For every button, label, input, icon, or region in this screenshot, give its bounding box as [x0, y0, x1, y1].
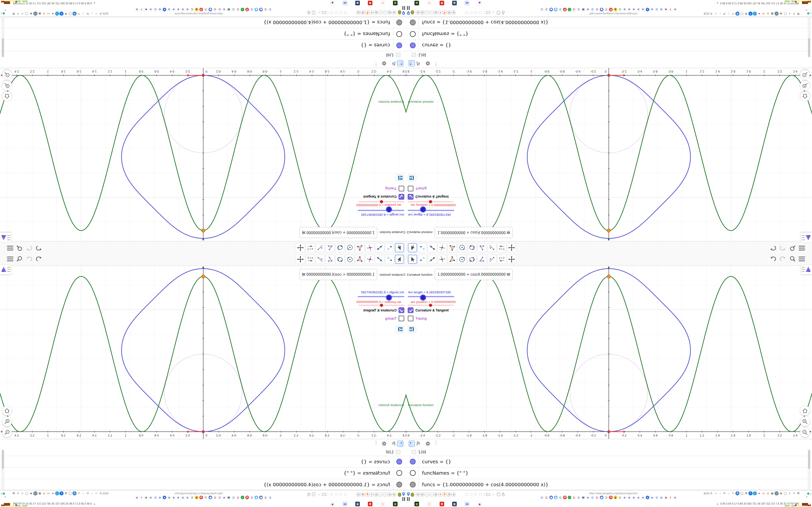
visibility-toggle-icon[interactable]	[410, 31, 416, 37]
curvature-function-input[interactable]: 1.00000000000 + cos(4.00000000000 x)	[435, 227, 513, 238]
bookmark-favicon[interactable]: Я	[609, 8, 613, 11]
bookmark-favicon[interactable]: ●	[163, 496, 166, 499]
visibility-toggle-icon[interactable]	[410, 19, 416, 25]
bookmark-favicon[interactable]: ✽	[181, 496, 185, 499]
bookmark-favicon[interactable]: ✽	[135, 496, 139, 499]
bookmark-favicon[interactable]: G	[264, 8, 267, 11]
scrollbar-thumb[interactable]	[2, 38, 4, 57]
collapse-tray-icon[interactable]: ⌃	[805, 7, 808, 11]
shield-icon[interactable]	[497, 11, 500, 15]
browser-action-icon[interactable]: ⚙	[796, 12, 800, 16]
bookmark-favicon[interactable]: G	[236, 8, 240, 11]
bookmark-favicon[interactable]: ✽	[586, 8, 590, 11]
angle-tool[interactable]: α	[325, 255, 335, 264]
browser-extension-icon[interactable]: ⊕	[356, 492, 361, 497]
taskbar-app-icon[interactable]: ✱	[440, 502, 444, 506]
bookmark-favicon[interactable]: ✽	[637, 8, 640, 11]
browser-extension-icon[interactable]: ∩	[383, 10, 388, 15]
bookmark-favicon[interactable]: ✽	[673, 8, 677, 11]
redo-button[interactable]	[26, 244, 33, 251]
shield-icon[interactable]	[312, 492, 315, 496]
bookmark-favicon[interactable]: ✽	[135, 8, 139, 11]
zoom-out-button[interactable]	[2, 428, 12, 437]
circle-with-center-tool[interactable]	[457, 255, 467, 264]
collapse-tray-icon[interactable]: ⌃	[4, 496, 7, 500]
taskbar-app-icon[interactable]: F	[380, 502, 385, 506]
browser-action-icon[interactable]: ☆	[714, 12, 718, 16]
browser-action-icon[interactable]: U	[774, 491, 779, 495]
browser-action-icon[interactable]: ●	[757, 491, 761, 495]
browser-action-icon[interactable]: ✻	[64, 12, 68, 16]
menu-icon[interactable]	[799, 257, 806, 264]
menu-icon[interactable]	[799, 243, 806, 250]
visibility-toggle-icon[interactable]	[410, 459, 416, 464]
taskbar-app-icon[interactable]: F	[380, 1, 385, 5]
bookmark-favicon[interactable]: i	[204, 496, 208, 499]
curvature-tangent-checkbox[interactable]	[408, 307, 413, 313]
folder-icon[interactable]	[486, 493, 490, 496]
url-text[interactable]: https://www.geogebra.org/classic/aagcxh3…	[174, 12, 223, 15]
browser-action-icon[interactable]: ✦	[792, 491, 796, 495]
taskbar-app-icon[interactable]: 64	[465, 1, 469, 5]
graph-canvas[interactable]: -2.6-2.4-2.2-2-1.8-1.6-1.4-1.2-1-0.8-0.6…	[406, 68, 812, 253]
dropdown-caret-icon[interactable]	[302, 273, 306, 276]
zoom-in-button[interactable]	[2, 80, 12, 90]
angle-tool[interactable]: α	[477, 243, 487, 252]
bookmark-favicon[interactable]: ✽	[673, 496, 677, 499]
angle-tool[interactable]: α	[477, 255, 487, 264]
bookmark-favicon[interactable]: G	[545, 8, 548, 11]
zoom-in-button[interactable]	[800, 417, 810, 427]
browser-action-icon[interactable]: A	[99, 12, 103, 16]
browser-extension-icon[interactable]: ✻	[447, 492, 452, 497]
shield-icon[interactable]	[312, 11, 315, 15]
browser-action-icon[interactable]: U	[33, 12, 38, 16]
menu-icon[interactable]	[6, 257, 13, 264]
conic-through-points-tool[interactable]	[336, 255, 345, 264]
tab-dot-icon[interactable]	[331, 493, 333, 496]
bookmark-favicon[interactable]: G	[591, 8, 594, 11]
zoom-out-button[interactable]	[2, 70, 12, 79]
fx-icon[interactable]: fx	[392, 440, 395, 446]
browser-action-icon[interactable]: ∧	[20, 491, 24, 495]
bookmark-favicon[interactable]: G	[577, 8, 580, 11]
line-tool[interactable]	[375, 243, 384, 252]
bookmark-favicon[interactable]: ▲	[614, 496, 617, 499]
graph-canvas[interactable]: -2.6-2.4-2.2-2-1.8-1.6-1.4-1.2-1-0.8-0.6…	[0, 253, 406, 439]
bookmark-favicon[interactable]: ✽	[167, 496, 171, 499]
move-graphics-view-tool[interactable]	[507, 255, 516, 264]
circle-with-center-tool[interactable]	[345, 243, 355, 252]
taskbar-app-icon[interactable]: ▣	[355, 502, 360, 506]
bookmark-favicon[interactable]: G	[558, 496, 562, 499]
folder-icon[interactable]	[322, 493, 326, 496]
move-tool[interactable]	[408, 243, 417, 252]
graph-canvas[interactable]: -2.6-2.4-2.2-2-1.8-1.6-1.4-1.2-1-0.8-0.6…	[406, 253, 812, 439]
taskbar-app-icon[interactable]: ◉	[477, 1, 482, 5]
extension-badge-icon[interactable]	[411, 493, 414, 497]
home-button[interactable]	[2, 406, 12, 415]
browser-extension-icon[interactable]: ⊕	[374, 10, 378, 15]
line-tool[interactable]	[375, 255, 384, 264]
bookmark-favicon[interactable]: ✽	[149, 496, 152, 499]
move-graphics-view-tool[interactable]	[296, 243, 305, 252]
curvature-value-point[interactable]	[607, 229, 610, 232]
bookmark-favicon[interactable]: ✽	[660, 8, 663, 11]
map-pin-icon[interactable]	[407, 492, 410, 496]
bookmark-favicon[interactable]: G	[545, 496, 548, 499]
taskbar-app-icon[interactable]: ▣	[355, 1, 360, 5]
home-button[interactable]	[2, 92, 12, 101]
algebra-style-button[interactable]	[409, 59, 415, 66]
browser-extension-icon[interactable]: ∩	[429, 10, 434, 15]
browser-action-icon[interactable]: ◯	[783, 491, 788, 495]
browser-action-icon[interactable]: U	[33, 491, 38, 495]
taskbar-app-icon[interactable]: F	[427, 502, 432, 506]
browser-action-icon[interactable]: ◆	[29, 12, 33, 16]
perpendicular-line-tool[interactable]	[438, 243, 447, 252]
move-tool[interactable]	[408, 255, 417, 264]
slider-tool[interactable]: a = 2	[306, 255, 315, 264]
browser-action-icon[interactable]: ⚙	[796, 491, 800, 495]
bookmark-favicon[interactable]: ✽	[172, 8, 175, 11]
browser-extension-icon[interactable]: ✻	[361, 492, 365, 497]
bookmark-favicon[interactable]: G	[264, 496, 267, 499]
tab-dot-icon[interactable]	[326, 11, 328, 14]
bookmark-favicon[interactable]: ✻	[144, 496, 148, 499]
